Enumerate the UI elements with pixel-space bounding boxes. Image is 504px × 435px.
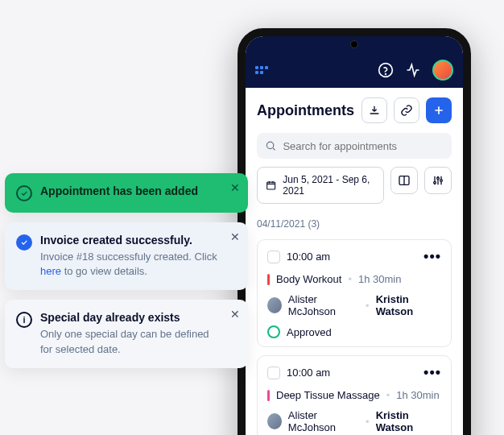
staff-avatar	[267, 297, 282, 313]
svg-point-1	[386, 74, 386, 75]
add-button[interactable]	[426, 97, 452, 123]
search-icon	[265, 139, 276, 152]
link-icon	[400, 104, 413, 117]
customer-name: Kristin Watson	[376, 409, 441, 433]
appointment-time: 10:00 am	[287, 367, 330, 379]
svg-point-7	[440, 180, 443, 182]
page-title: Appointments	[257, 102, 354, 119]
help-icon[interactable]	[378, 62, 394, 78]
staff-avatar	[267, 413, 282, 429]
link-button[interactable]	[394, 97, 419, 123]
filter-button[interactable]	[424, 167, 452, 194]
phone-frame: Appointments Jun 5, 2021 - Sep 6, 2021	[238, 28, 471, 435]
info-icon: i	[16, 312, 32, 328]
close-icon[interactable]: ✕	[230, 181, 240, 194]
layout-button[interactable]	[390, 167, 418, 194]
toast-appointment-added: ✕ Appointment has been added	[5, 173, 248, 213]
more-button[interactable]: •••	[423, 248, 441, 265]
separator-dot: •	[348, 273, 352, 285]
appointment-time: 10:00 am	[287, 251, 330, 263]
appointment-checkbox[interactable]	[267, 367, 280, 379]
toast-stack: ✕ Appointment has been added ✕ Invoice c…	[5, 173, 248, 368]
separator-dot: •	[366, 300, 370, 312]
sliders-icon	[432, 174, 444, 187]
staff-name: Alister McJohson	[288, 293, 359, 317]
toast-special-day-exists: ✕ i Special day already exists Only one …	[5, 300, 248, 367]
plus-icon	[432, 104, 445, 117]
approved-ring-icon	[267, 325, 280, 338]
user-avatar[interactable]	[432, 60, 453, 81]
search-input[interactable]	[283, 140, 444, 152]
check-circle-icon	[16, 234, 32, 251]
close-icon[interactable]: ✕	[230, 308, 240, 321]
front-camera	[350, 40, 358, 48]
activity-icon[interactable]	[405, 62, 421, 78]
close-icon[interactable]: ✕	[230, 230, 240, 243]
phone-screen: Appointments Jun 5, 2021 - Sep 6, 2021	[246, 36, 463, 435]
service-name: Body Workout	[276, 273, 341, 285]
staff-name: Alister McJohson	[288, 409, 359, 433]
svg-point-6	[437, 177, 440, 180]
separator-dot: •	[366, 416, 370, 428]
check-circle-icon	[16, 185, 32, 201]
date-group-header: 04/11/2021 (3)	[246, 213, 463, 234]
toast-title: Invoice created successfuly.	[40, 234, 219, 246]
service-color-bar	[267, 390, 270, 401]
app-logo-icon[interactable]	[255, 66, 270, 74]
appointment-duration: 1h 30min	[396, 389, 439, 401]
toast-body: Invoice #18 successfuly created. Click h…	[40, 250, 219, 279]
toast-body: Only one special day can be defined for …	[40, 327, 219, 356]
filter-row: Jun 5, 2021 - Sep 6, 2021	[257, 167, 452, 204]
top-nav	[246, 52, 463, 88]
svg-point-5	[434, 181, 436, 184]
service-color-bar	[267, 274, 270, 285]
more-button[interactable]: •••	[423, 364, 441, 381]
download-button[interactable]	[361, 97, 387, 123]
appointment-status: Approved	[287, 326, 332, 338]
service-name: Deep Tissue Massage	[276, 389, 380, 401]
columns-icon	[398, 174, 411, 187]
calendar-icon	[266, 179, 276, 192]
appointment-duration: 1h 30min	[358, 273, 401, 285]
toast-link[interactable]: here	[40, 265, 61, 277]
toast-title: Special day already exists	[40, 311, 219, 324]
toast-title: Appointment has been added	[40, 184, 198, 197]
date-range-picker[interactable]: Jun 5, 2021 - Sep 6, 2021	[257, 167, 384, 204]
search-input-wrapper[interactable]	[257, 133, 452, 159]
appointment-checkbox[interactable]	[267, 251, 280, 263]
status-bar	[246, 36, 463, 52]
appointment-card[interactable]: 10:00 am ••• Deep Tissue Massage • 1h 30…	[257, 355, 452, 435]
separator-dot: •	[386, 389, 390, 401]
date-range-value: Jun 5, 2021 - Sep 6, 2021	[283, 174, 375, 197]
appointment-card[interactable]: 10:00 am ••• Body Workout • 1h 30min Ali…	[257, 239, 452, 347]
customer-name: Kristin Watson	[376, 293, 441, 317]
download-icon	[368, 104, 381, 117]
svg-point-2	[266, 142, 273, 148]
toast-invoice-created: ✕ Invoice created successfuly. Invoice #…	[5, 222, 248, 290]
page-header: Appointments	[246, 88, 463, 133]
svg-rect-3	[267, 182, 275, 189]
